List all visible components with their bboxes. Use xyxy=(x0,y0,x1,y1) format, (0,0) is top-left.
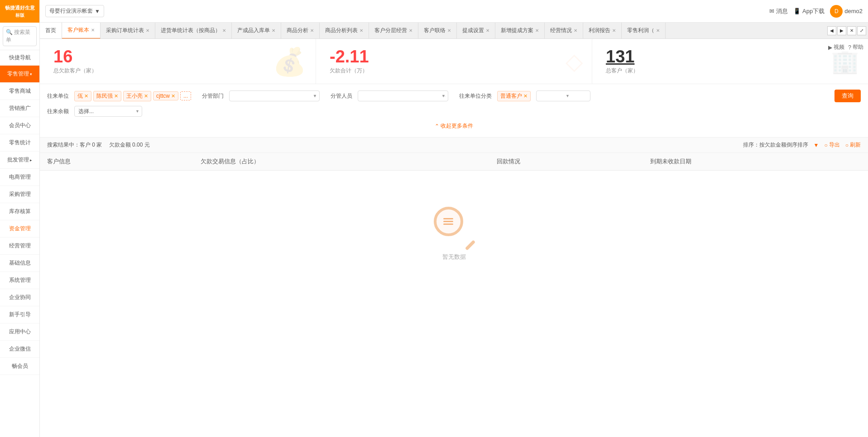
tab-commission-settings[interactable]: 提成设置✕ xyxy=(457,23,495,39)
unit-tag-4[interactable]: cjttcw ✕ xyxy=(153,91,178,100)
sidebar-item-marketing[interactable]: 营销推广 xyxy=(0,100,39,117)
tab-prev-button[interactable]: ◀ xyxy=(827,26,836,35)
logo-line2: 标版 xyxy=(5,12,35,18)
unit-filter-label: 往来单位 xyxy=(47,92,69,100)
tab-close-all-button[interactable]: ✕ xyxy=(847,26,856,35)
tab-home[interactable]: 首页 xyxy=(40,23,62,39)
unit-class-tag-1[interactable]: 普通客户 ✕ xyxy=(497,91,531,101)
query-button[interactable]: 查询 xyxy=(834,90,861,102)
quick-nav-label: 快捷导航 xyxy=(9,54,31,61)
tab-new-commission[interactable]: 新增提成方案✕ xyxy=(495,23,545,39)
unit-class-tags: 普通客户 ✕ xyxy=(497,91,531,101)
sidebar-item-purchase[interactable]: 采购管理 xyxy=(0,186,39,203)
tab-close-retail-profit[interactable]: ✕ xyxy=(656,28,660,33)
content: 16 总欠款客户（家） 💰 -2.11 欠款合计（万） ◇ 131 总客户（家）… xyxy=(40,39,868,437)
stat-item-customers: 16 总欠款客户（家） 💰 xyxy=(40,39,316,84)
sidebar-item-retail-stats[interactable]: 零售统计 xyxy=(0,134,39,152)
tab-close-customer-ledger[interactable]: ✕ xyxy=(91,28,95,33)
tab-next-button[interactable]: ▶ xyxy=(837,26,846,35)
sidebar-item-finance[interactable]: 资金管理 xyxy=(0,220,39,238)
sidebar-item-operations[interactable]: 经营管理 xyxy=(0,238,39,255)
sidebar-item-enterprise-coop[interactable]: 企业协同 xyxy=(0,289,39,306)
doc-line-3 xyxy=(443,223,453,225)
unit-tag-2-remove[interactable]: ✕ xyxy=(114,93,118,99)
tab-close-new-commission[interactable]: ✕ xyxy=(535,28,539,33)
tab-close-customer-segment[interactable]: ✕ xyxy=(409,28,412,33)
tab-label-customer-ledger: 客户账本 xyxy=(67,26,89,34)
tab-profit-report[interactable]: 利润报告✕ xyxy=(583,23,622,39)
unit-class-select[interactable] xyxy=(536,90,590,101)
collapse-row: ⌃ 收起更多条件 xyxy=(47,120,861,132)
message-button[interactable]: ✉ 消息 xyxy=(769,7,788,15)
unit-tags-more[interactable]: ... xyxy=(180,91,191,100)
help-button[interactable]: ? 帮助 xyxy=(848,43,863,51)
unit-tag-1-remove[interactable]: ✕ xyxy=(84,93,88,99)
video-button[interactable]: ▶ 视频 xyxy=(828,43,844,51)
sidebar-item-retail[interactable]: 零售管理▾ xyxy=(0,66,39,83)
unit-tag-4-remove[interactable]: ✕ xyxy=(171,93,175,99)
unit-tag-1[interactable]: 佤 ✕ xyxy=(74,91,91,101)
tab-product-instock[interactable]: 产成品入库单✕ xyxy=(232,23,281,39)
sidebar-item-wholesale[interactable]: 批发管理▸ xyxy=(0,152,39,169)
sidebar-item-retail-mall[interactable]: 零售商城 xyxy=(0,83,39,100)
tab-close-purchase-order[interactable]: ✕ xyxy=(146,28,149,33)
user-profile[interactable]: D demo2 xyxy=(830,5,863,18)
tab-label-retail-profit: 零售利润（ xyxy=(627,27,654,34)
tab-expand-button[interactable]: ⤢ xyxy=(857,26,866,35)
table-header-row: 客户信息 欠款交易信息（占比） 回款情况 到期未收款日期 xyxy=(40,153,868,171)
balance-select-wrapper[interactable]: 选择... xyxy=(74,106,142,117)
balance-select[interactable]: 选择... xyxy=(74,106,142,117)
tab-close-commission-settings[interactable]: ✕ xyxy=(486,28,489,33)
tab-goods-analysis-list[interactable]: 商品分析列表✕ xyxy=(320,23,369,39)
export-button[interactable]: ○ 导出 xyxy=(825,141,840,149)
unit-tag-3[interactable]: 王小亮 ✕ xyxy=(123,91,151,101)
collapse-button[interactable]: ⌃ 收起更多条件 xyxy=(435,122,473,130)
tab-label-customer-segment: 客户分层经营 xyxy=(374,27,407,34)
dept-input[interactable] xyxy=(229,90,320,101)
tab-close-purchase-stats[interactable]: ✕ xyxy=(222,28,226,33)
dept-select-wrapper[interactable]: ▼ xyxy=(229,90,320,101)
tab-customer-contact[interactable]: 客户联络✕ xyxy=(418,23,457,39)
tab-close-goods-analysis-list[interactable]: ✕ xyxy=(360,28,363,33)
app-download-button[interactable]: 📱 App下载 xyxy=(793,7,825,15)
sidebar-item-system[interactable]: 系统管理 xyxy=(0,272,39,289)
tab-goods-analysis[interactable]: 商品分析✕ xyxy=(281,23,320,39)
sidebar-item-enterprise-wechat[interactable]: 企业微信 xyxy=(0,341,39,358)
refresh-button[interactable]: ○ 刷新 xyxy=(845,141,861,149)
search-menu-button[interactable]: 🔍 搜索菜单 xyxy=(3,26,37,46)
tab-close-profit-report[interactable]: ✕ xyxy=(612,28,616,33)
unit-tag-3-remove[interactable]: ✕ xyxy=(144,93,148,99)
quick-nav[interactable]: 快捷导航 xyxy=(0,50,39,66)
main-area: 母婴行业演示帐套 ▼ ✉ 消息 📱 App下载 D demo2 首页客户账本✕采… xyxy=(40,0,868,437)
sidebar-item-new-guide[interactable]: 新手引导 xyxy=(0,306,39,323)
sidebar-item-app-center[interactable]: 应用中心 xyxy=(0,323,39,341)
unit-tag-4-label: cjttcw xyxy=(156,93,170,99)
account-selector[interactable]: 母婴行业演示帐套 ▼ xyxy=(45,5,104,17)
tab-close-goods-analysis[interactable]: ✕ xyxy=(310,28,314,33)
tab-purchase-stats[interactable]: 进货单统计表（按商品）✕ xyxy=(155,23,232,39)
tab-retail-profit[interactable]: 零售利润（✕ xyxy=(622,23,666,39)
tab-customer-segment[interactable]: 客户分层经营✕ xyxy=(369,23,418,39)
unit-class-select-wrapper[interactable] xyxy=(536,90,572,101)
help-label: 帮助 xyxy=(853,43,863,51)
unit-class-tag-1-remove[interactable]: ✕ xyxy=(523,93,528,99)
sidebar-item-ecommerce[interactable]: 电商管理 xyxy=(0,169,39,186)
tab-close-customer-contact[interactable]: ✕ xyxy=(447,28,451,33)
sidebar-item-member[interactable]: 会员中心 xyxy=(0,117,39,134)
magnifier-circle xyxy=(434,207,463,236)
tab-close-business-status[interactable]: ✕ xyxy=(574,28,577,33)
search-actions: 排序：按欠款金额倒序排序 ▼ ○ 导出 ○ 刷新 xyxy=(743,141,861,149)
tab-purchase-order[interactable]: 采购订单统计表✕ xyxy=(101,23,155,39)
tab-customer-ledger[interactable]: 客户账本✕ xyxy=(62,23,101,39)
sidebar-item-basic[interactable]: 基础信息 xyxy=(0,255,39,272)
sidebar-item-vip-member[interactable]: 畅会员 xyxy=(0,358,39,375)
unit-tag-2[interactable]: 陈民强 ✕ xyxy=(93,91,121,101)
sidebar-search-area[interactable]: 🔍 搜索菜单 xyxy=(0,23,39,50)
sidebar-item-inventory[interactable]: 库存核算 xyxy=(0,203,39,220)
app-download-label: App下载 xyxy=(802,7,825,15)
person-select-wrapper[interactable]: ··· xyxy=(358,90,448,101)
chevron-right-icon: ▸ xyxy=(30,158,32,162)
person-input[interactable] xyxy=(358,90,448,101)
tab-close-product-instock[interactable]: ✕ xyxy=(272,28,275,33)
tab-business-status[interactable]: 经营情况✕ xyxy=(545,23,583,39)
